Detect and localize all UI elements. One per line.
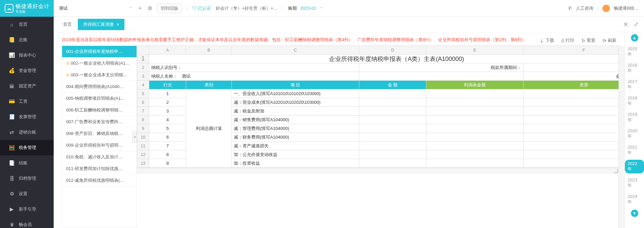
period-selector[interactable]: 账期 2023-02 ﹀ xyxy=(288,5,324,11)
nav-item[interactable]: ⚙设置 xyxy=(0,186,54,202)
cell-amount[interactable] xyxy=(359,124,426,133)
col-header[interactable]: D xyxy=(359,46,426,55)
reset-button[interactable]: ↻重置 xyxy=(582,37,595,44)
cell-rowno[interactable]: 2 xyxy=(149,98,186,107)
cell-profit[interactable] xyxy=(426,133,524,142)
year-scroll-down[interactable]: ▼ xyxy=(631,210,638,217)
cell-rowno[interactable]: 6 xyxy=(149,133,186,142)
avatar[interactable] xyxy=(602,5,610,12)
nav-item[interactable]: 💰资金管理 xyxy=(0,63,54,78)
row-number[interactable]: 11 xyxy=(137,142,149,150)
sheet-hscroll[interactable] xyxy=(137,168,619,174)
user-name[interactable]: 畅捷通B组… xyxy=(614,5,639,11)
tab-active[interactable]: 所得税汇算清缴 × xyxy=(78,19,124,30)
nav-item[interactable]: ♛畅会员 xyxy=(0,217,54,228)
cell-profit[interactable] xyxy=(426,89,524,98)
cell-profit[interactable] xyxy=(426,150,524,159)
cell-amount[interactable] xyxy=(359,159,426,168)
cell-amount[interactable] xyxy=(359,107,426,116)
cell-item[interactable]: 减：营业成本(填写A102010\102020\103000) xyxy=(232,98,359,107)
nav-item[interactable]: 📒总账 xyxy=(0,32,54,48)
cell-item[interactable]: 加：公允价值变动收益 xyxy=(232,150,359,159)
support-icon[interactable]: ✆ xyxy=(568,6,572,11)
cell-amount[interactable] xyxy=(359,150,426,159)
refresh-button[interactable]: ⟳刷新 xyxy=(603,37,616,44)
form-list-item[interactable]: 001-企业所得税年度纳税申… xyxy=(62,46,137,58)
cell-rowno[interactable]: 3 xyxy=(149,107,186,116)
nav-item[interactable]: ▶新手引导 xyxy=(0,202,54,217)
cell-profit[interactable] xyxy=(426,116,524,124)
row-number[interactable]: 13 xyxy=(137,159,149,168)
year-item[interactable]: 2020年 xyxy=(625,127,644,141)
form-list-item[interactable]: 006-职工薪酬纳税调整明细… xyxy=(62,104,137,116)
year-scroll-up[interactable]: ▲ xyxy=(631,34,638,42)
col-header[interactable]: C xyxy=(232,46,359,55)
nav-item[interactable]: 🗄归档管理 xyxy=(0,171,54,186)
cell-rowno[interactable]: 8 xyxy=(149,150,186,159)
cell-diff[interactable] xyxy=(524,142,619,150)
cell-item[interactable]: 加：投资收益 xyxy=(232,159,359,168)
form-list-item[interactable]: 005-纳税调整项目明细表(A1… xyxy=(62,93,137,104)
settings-icon[interactable]: ⚙ xyxy=(148,5,152,11)
company-selector[interactable]: 测试 ﹀ xyxy=(59,5,133,11)
nav-item[interactable]: 🧮税务管理 xyxy=(0,140,54,155)
year-item[interactable]: 2022年 xyxy=(625,160,644,173)
form-list-item[interactable]: 010-免税、减计收入及加计… xyxy=(62,151,137,163)
cell-profit[interactable] xyxy=(426,124,524,133)
cell-item[interactable]: 减：销售费用(填写A104000) xyxy=(232,116,359,124)
form-list-item[interactable]: 007-广告费和业务宣传费跨… xyxy=(62,116,137,128)
expand-icon[interactable]: ⤢ xyxy=(634,21,639,28)
row-number[interactable]: 3 xyxy=(137,72,149,81)
form-list-item[interactable]: 011-研发费用加计扣除优惠… xyxy=(62,163,137,175)
nav-item[interactable]: ⇄进销台账 xyxy=(0,125,54,140)
year-item[interactable]: 2018年 xyxy=(625,94,644,108)
add-button[interactable]: ＋ xyxy=(138,5,143,12)
row-number[interactable]: 8 xyxy=(137,116,149,124)
nav-item[interactable]: 📊报表中心 xyxy=(0,48,54,63)
cell-diff[interactable] xyxy=(524,159,619,168)
col-header[interactable]: A xyxy=(149,46,186,55)
row-number[interactable]: 4 xyxy=(137,81,149,89)
support-link[interactable]: 人工咨询 xyxy=(576,5,593,11)
cell-diff[interactable] xyxy=(524,89,619,98)
row-number[interactable]: 10 xyxy=(137,133,149,142)
cell-rowno[interactable]: 1 xyxy=(149,89,186,98)
row-number[interactable]: 7 xyxy=(137,107,149,116)
tab-close-icon[interactable]: × xyxy=(116,22,119,27)
row-number[interactable]: 2 xyxy=(137,63,149,72)
nav-item[interactable]: ⌂首页 xyxy=(0,17,54,32)
cell-item[interactable]: 减：资产减值损失 xyxy=(232,142,359,150)
year-item[interactable]: 2019年 xyxy=(625,110,644,124)
col-header[interactable]: E xyxy=(426,46,524,55)
nav-item[interactable]: 📑结账 xyxy=(0,155,54,171)
cell-item[interactable]: 减：管理费用(填写A104000) xyxy=(232,124,359,133)
year-item[interactable]: 2017年 xyxy=(625,78,644,91)
cell-diff[interactable] xyxy=(524,133,619,142)
spreadsheet[interactable]: ABCDEF 1企业所得税年度纳税申报表（A类）主表(A100000)2纳税人识… xyxy=(137,46,619,168)
year-item[interactable]: 2015年 xyxy=(625,45,644,59)
close-all-tabs-icon[interactable]: ✕ xyxy=(623,21,628,28)
form-list-item[interactable]: ⊘003-一般企业成本支出明细… xyxy=(62,69,137,81)
year-item[interactable]: 2023年 xyxy=(625,176,644,190)
print-button[interactable]: ⎙打印 xyxy=(561,37,574,44)
row-number[interactable]: 5 xyxy=(137,89,149,98)
cell-amount[interactable] xyxy=(359,89,426,98)
col-header[interactable]: B xyxy=(186,46,232,55)
cell-profit[interactable] xyxy=(426,159,524,168)
sheet-vscroll[interactable] xyxy=(619,46,625,228)
cell-rowno[interactable]: 5 xyxy=(149,124,186,133)
row-number[interactable]: 1 xyxy=(137,55,149,63)
cell-rowno[interactable]: 9 xyxy=(149,159,186,168)
form-list-item[interactable]: 004-期间费用明细表(A1040… xyxy=(62,81,137,93)
form-list-item[interactable]: 009-企业所得税弥补亏损明… xyxy=(62,140,137,151)
cell-profit[interactable] xyxy=(426,142,524,150)
cell-amount[interactable] xyxy=(359,98,426,107)
cell-rowno[interactable]: 4 xyxy=(149,116,186,124)
cell-diff[interactable] xyxy=(524,124,619,133)
cell-diff[interactable] xyxy=(524,98,619,107)
cell-amount[interactable] xyxy=(359,133,426,142)
cell-item[interactable]: 一、营业收入(填写A101010\101020\103000) xyxy=(232,89,359,98)
row-number[interactable]: 9 xyxy=(137,124,149,133)
cell-diff[interactable] xyxy=(524,150,619,159)
cell-item[interactable]: 减：税金及附加 xyxy=(232,107,359,116)
